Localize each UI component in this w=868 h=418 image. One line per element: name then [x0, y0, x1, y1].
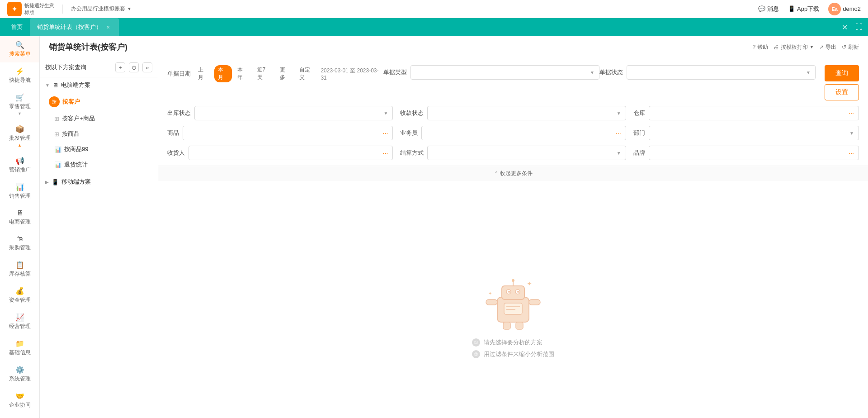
mobile-expand-icon: ▶ [45, 180, 49, 185]
settings-scheme-btn[interactable]: ⊙ [129, 62, 139, 72]
refresh-btn[interactable]: ↺ 刷新 [842, 43, 859, 51]
date-last-7[interactable]: 近7天 [254, 65, 274, 82]
date-more[interactable]: 更多 [276, 65, 294, 82]
sidebar-item-ecommerce[interactable]: 🖥 电商管理 [0, 204, 39, 230]
sidebar-item-new-guide[interactable]: 📌 新手引导 [0, 413, 39, 418]
outstatus-label: 出库状态 [167, 109, 191, 117]
sidebar-item-sys-mgmt[interactable]: ⚙️ 系统管理 [0, 361, 39, 387]
sidebar-item-marketing[interactable]: 📢 营销推广 [0, 152, 39, 178]
tree-group-mobile[interactable]: ▶ 📱 移动端方案 [40, 174, 158, 190]
header-right: 💬 消息 📱 App下载 Ea demo2 [758, 3, 861, 15]
filter-section: 单据日期 上月 本月 本年 近7天 更多 自定义 2023-03-01 至 20… [158, 58, 868, 166]
tab-home[interactable]: 首页 [4, 18, 30, 36]
tree-item-by-return[interactable]: 📊 退货统计 [40, 157, 158, 172]
date-custom[interactable]: 自定义 [296, 65, 319, 82]
docstatus-dropdown-icon: ▼ [806, 70, 811, 75]
dept-select[interactable]: ▼ [649, 126, 859, 140]
by-product-99-icon: 📊 [54, 146, 61, 153]
sidebar-item-retail[interactable]: 🛒 零售管理 ▼ [0, 89, 39, 120]
tree-group-desktop[interactable]: ▼ 🖥 电脑端方案 [40, 77, 158, 93]
empty-state: ✦ ✦ ① 请先选择要分析的方案 ② [472, 277, 554, 358]
operations-icon: 📈 [15, 313, 24, 322]
salesperson-label: 业务员 [400, 129, 418, 137]
sidebar-item-enterprise-label: 企业协同 [9, 401, 31, 409]
export-btn[interactable]: ↗ 导出 [819, 43, 836, 51]
date-this-year[interactable]: 本年 [234, 65, 252, 82]
message-btn[interactable]: 💬 消息 [758, 5, 779, 13]
date-last-month[interactable]: 上月 [194, 65, 212, 82]
page-header: 销货单统计表(按客户) ? 帮助 🖨 按模板打印 ▼ ↗ 导出 [40, 36, 868, 58]
tab-close-icon[interactable]: ✕ [104, 24, 112, 31]
date-this-month[interactable]: 本月 [214, 65, 232, 82]
wholesale-icon: 📦 [15, 125, 24, 133]
sidebar-item-inventory-label: 库存核算 [9, 270, 31, 278]
docstatus-select[interactable]: ▼ [627, 65, 816, 80]
consignee-dots-icon: ··· [383, 149, 388, 157]
right-side: 销货单统计表(按客户) ? 帮助 🖨 按模板打印 ▼ ↗ 导出 [40, 36, 868, 418]
tab-sales-customer[interactable]: 销货单统计表（按客户） ✕ [30, 18, 119, 36]
tree-item-by-customer[interactable]: 按 按客户 [40, 93, 158, 111]
payment-select[interactable]: ▼ [427, 146, 626, 160]
query-btn[interactable]: 查询 [825, 65, 859, 81]
retail-expand-icon: ▼ [18, 111, 22, 116]
left-panel: 按以下方案查询 + ⊙ « ▼ 🖥 电脑端方案 [40, 58, 158, 418]
help-btn[interactable]: ? 帮助 [752, 43, 768, 51]
sidebar-item-finance[interactable]: 💰 资金管理 [0, 282, 39, 309]
date-options: 上月 本月 本年 近7天 更多 自定义 2023-03-01 至 2023-03… [194, 65, 383, 82]
tab-close-all-btn[interactable]: ✕ [839, 22, 850, 33]
sidebar-item-purchase-label: 采购管理 [9, 244, 31, 252]
sidebar-item-enterprise[interactable]: 🤝 企业协同 [0, 387, 39, 413]
paystatus-select[interactable]: ▼ [427, 106, 626, 120]
sidebar-item-ecommerce-label: 电商管理 [9, 218, 31, 226]
print-btn[interactable]: 🖨 按模板打印 ▼ [774, 43, 814, 51]
svg-rect-8 [486, 299, 497, 305]
svg-rect-12 [504, 303, 522, 314]
outstatus-select[interactable]: ▼ [194, 106, 393, 120]
svg-rect-10 [503, 322, 510, 329]
add-scheme-btn[interactable]: + [115, 62, 125, 72]
tab-home-label: 首页 [11, 23, 23, 31]
user-profile[interactable]: Ea demo2 [828, 3, 861, 15]
sidebar-item-operations[interactable]: 📈 经营管理 [0, 309, 39, 335]
account-switcher[interactable]: 办公用品行业模拟账套 ▼ [71, 5, 132, 13]
dept-dropdown-icon: ▼ [849, 131, 854, 136]
filter-warehouse-group: 仓库 ··· [633, 106, 859, 120]
sidebar-item-basic-info[interactable]: 📁 基础信息 [0, 335, 39, 361]
sys-mgmt-icon: ⚙️ [15, 366, 24, 374]
doctype-select[interactable]: ▼ [410, 65, 599, 80]
collapse-conditions-btn[interactable]: ⌃ 收起更多条件 [158, 166, 868, 181]
date-label: 单据日期 [167, 70, 191, 78]
doctype-label: 单据类型 [383, 68, 407, 76]
sidebar-item-purchase[interactable]: 🛍 采购管理 [0, 230, 39, 256]
brand-select[interactable]: ··· [649, 146, 859, 160]
product-select[interactable]: ··· [183, 126, 393, 140]
empty-hints: ① 请先选择要分析的方案 ② 用过滤条件来缩小分析范围 [472, 338, 554, 358]
sidebar-item-search-menu[interactable]: 🔍 搜索菜单 [0, 36, 39, 62]
salesperson-select[interactable]: ··· [421, 126, 626, 140]
tree-item-by-customer-product[interactable]: ⊞ 按客户+商品 [40, 111, 158, 126]
tab-maximize-btn[interactable]: ⛶ [854, 22, 864, 33]
consignee-select[interactable]: ··· [189, 146, 393, 160]
filter-row-4: 收货人 ··· 结算方式 ▼ [167, 146, 859, 166]
sidebar-item-inventory[interactable]: 📋 库存核算 [0, 256, 39, 282]
desktop-group-icon: 🖥 [52, 82, 58, 89]
app-download-icon: 📱 [788, 5, 795, 12]
app-download-btn[interactable]: 📱 App下载 [788, 5, 819, 13]
warehouse-select[interactable]: ··· [649, 106, 859, 120]
sidebar-item-quick-nav[interactable]: ⚡ 快捷导航 [0, 62, 39, 89]
page-title: 销货单统计表(按客户) [49, 42, 127, 58]
tree-item-by-product-99[interactable]: 📊 按商品99 [40, 142, 158, 157]
collapse-panel-btn[interactable]: « [142, 62, 152, 72]
sidebar-item-finance-label: 资金管理 [9, 296, 31, 304]
setting-btn[interactable]: 设置 [825, 84, 859, 100]
content-body: 按以下方案查询 + ⊙ « ▼ 🖥 电脑端方案 [40, 58, 868, 418]
tree-item-by-product[interactable]: ⊞ 按商品 [40, 126, 158, 142]
sidebar-item-sales[interactable]: 📊 销售管理 [0, 178, 39, 204]
by-return-icon: 📊 [54, 162, 61, 168]
hint-num-2: ② [472, 350, 480, 358]
filter-outstatus-group: 出库状态 ▼ [167, 106, 393, 120]
message-icon: 💬 [758, 5, 765, 12]
filter-payment-group: 结算方式 ▼ [400, 146, 626, 160]
sidebar-item-wholesale[interactable]: 📦 批发管理 ▲ [0, 120, 39, 152]
hint-num-1: ① [472, 338, 480, 347]
